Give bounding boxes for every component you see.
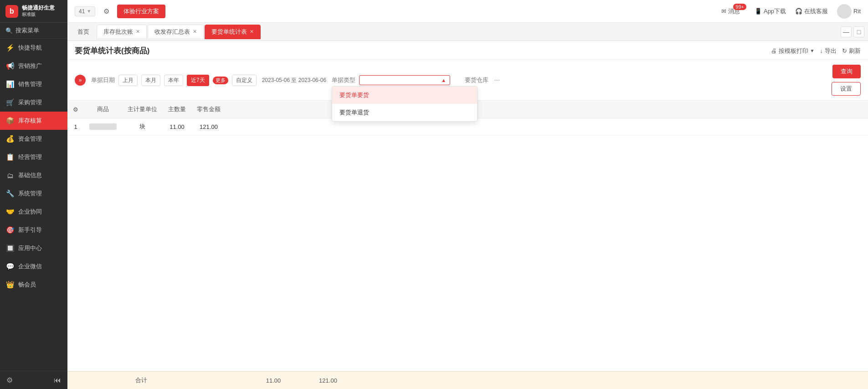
tab-close-order-stats[interactable]: ✕ [250,29,254,35]
print-btn[interactable]: 🖨 按模板打印 ▼ [771,47,815,55]
topbar-left: 41 ▼ ⚙ 体验行业方案 [75,5,165,18]
nav-icon-basic-info: 🗂 [5,172,15,179]
topbar-right: ✉ 消息 99+ 📱 App下载 🎧 在线客服 Rit [721,4,861,19]
page-header: 要货单统计表(按商品) 🖨 按模板打印 ▼ ↓ 导出 ↻ 刷新 [67,41,868,60]
tab-home[interactable]: 首页 [71,25,96,39]
date-prev-month-btn[interactable]: 上月 [118,75,138,86]
tabbar: 首页库存批次账✕收发存汇总表✕要货单统计表✕ — □ [67,23,868,41]
nav-icon-sales: 📊 [5,80,15,88]
tabbar-controls: — □ [841,26,864,37]
search-menu[interactable]: 🔍 搜索菜单 [0,23,67,39]
type-select[interactable]: ▲ [359,75,450,85]
app-logo: b 畅捷通好生意 标准版 [0,0,67,23]
nav-icon-wechat: 💬 [5,262,15,271]
date-this-year-btn[interactable]: 本年 [164,75,183,86]
sidebar-item-guide[interactable]: 🎯新手引导 [0,221,67,239]
settings-icon[interactable]: ⚙ [6,376,13,384]
cell-unit: 块 [122,118,163,135]
sidebar-item-quick-nav[interactable]: ⚡快捷导航 [0,39,67,57]
collapse-icon[interactable]: ⏮ [54,376,61,384]
footer-qty: 11.00 [246,377,301,384]
nav-icon-cooperation: 🤝 [5,208,15,216]
message-icon: ✉ [721,8,726,15]
page-title: 要货单统计表(按商品) [75,46,149,56]
tab-receivable-summary[interactable]: 收发存汇总表✕ [148,25,204,39]
sidebar-item-marketing[interactable]: 📢营销推广 [0,57,67,75]
date-range-display: 2023-05-06 至 2023-06-06 [262,77,326,84]
maximize-btn[interactable]: □ [853,26,864,37]
warehouse-filter-group: 要货仓库 ··· [465,76,502,84]
main-content: 41 ▼ ⚙ 体验行业方案 ✉ 消息 99+ 📱 App下载 🎧 在线客服 R [67,0,868,389]
export-btn[interactable]: ↓ 导出 [820,47,837,55]
settings-button[interactable]: 设置 [832,82,861,96]
cell-product [84,118,122,135]
col-settings[interactable]: ⚙ [67,101,84,118]
warehouse-label: 要货仓库 [465,76,488,84]
sidebar-item-vip[interactable]: 👑畅会员 [0,276,67,294]
refresh-btn[interactable]: ↻ 刷新 [842,47,861,55]
sidebar-item-system[interactable]: 🔧系统管理 [0,184,67,203]
chevron-up-icon: ▲ [441,77,446,83]
type-dropdown: 要货单要货 要货单退货 [332,86,478,122]
date-7days-btn[interactable]: 近7天 [187,75,209,86]
topbar: 41 ▼ ⚙ 体验行业方案 ✉ 消息 99+ 📱 App下载 🎧 在线客服 R [67,0,868,23]
col-qty: 主数量 [163,101,191,118]
type-filter-group: 单据类型 ▲ 要货单要货 要货单退货 [332,75,450,85]
type-label: 单据类型 [332,76,355,84]
nav-icon-guide: 🎯 [5,226,15,234]
sidebar-item-purchase[interactable]: 🛒采购管理 [0,93,67,112]
app-download-btn[interactable]: 📱 App下载 [755,7,786,15]
app-version: 标准版 [22,11,55,18]
logo-icon: b [5,5,18,18]
date-label: 单据日期 [91,76,115,84]
date-filter-group: 单据日期 上月 本月 本年 近7天 更多 自定义 2023-05-06 至 20… [91,75,326,86]
nav-icon-system: 🔧 [5,189,15,198]
sidebar-item-wechat[interactable]: 💬企业微信 [0,257,67,276]
cell-seq: 1 [67,118,84,135]
chevron-down-icon: ▼ [810,48,815,53]
nav-icon-inventory: 📦 [5,117,15,125]
sidebar-item-inventory[interactable]: 📦库存核算 [0,112,67,130]
nav-icon-vip: 👑 [5,281,15,289]
sidebar-item-app-center[interactable]: 🔲应用中心 [0,239,67,257]
sidebar: b 畅捷通好生意 标准版 🔍 搜索菜单 ⚡快捷导航📢营销推广📊销售管理🛒采购管理… [0,0,67,389]
sidebar-item-basic-info[interactable]: 🗂基础信息 [0,166,67,184]
date-this-month-btn[interactable]: 本月 [141,75,160,86]
headset-icon: 🎧 [795,8,802,15]
sidebar-item-finance[interactable]: 💰资金管理 [0,130,67,148]
filter-action-group: 查询 设置 [832,65,861,96]
date-custom-btn[interactable]: 自定义 [232,75,257,86]
tab-close-receivable-summary[interactable]: ✕ [193,29,197,35]
tab-order-stats[interactable]: 要货单统计表✕ [205,25,261,39]
filter-toggle-btn[interactable]: » [75,75,86,86]
trial-button[interactable]: 体验行业方案 [117,5,165,18]
table-area: ⚙ 商品 主计量单位 主数量 零售金额 1 块 11.00 121.00 [67,101,868,371]
tab-inventory-batch[interactable]: 库存批次账✕ [97,25,147,39]
date-more-badge[interactable]: 更多 [213,77,228,84]
cell-qty: 11.00 [163,118,191,135]
sidebar-item-operations[interactable]: 📋经营管理 [0,148,67,166]
page-actions: 🖨 按模板打印 ▼ ↓ 导出 ↻ 刷新 [771,47,861,55]
messages-btn[interactable]: ✉ 消息 99+ [721,7,740,15]
version-badge[interactable]: 41 ▼ [75,6,95,16]
avatar [837,4,852,19]
tab-close-inventory-batch[interactable]: ✕ [136,29,140,35]
sidebar-item-sales[interactable]: 📊销售管理 [0,75,67,93]
gear-button[interactable]: ⚙ [100,5,113,18]
dropdown-item-order-ret[interactable]: 要货单退货 [332,104,477,121]
query-button[interactable]: 查询 [832,65,861,78]
nav-icon-finance: 💰 [5,135,15,143]
warehouse-more-btn[interactable]: ··· [492,76,502,84]
cell-amount: 121.00 [191,118,226,135]
dropdown-item-order-req[interactable]: 要货单要货 [332,87,477,104]
nav-list: ⚡快捷导航📢营销推广📊销售管理🛒采购管理📦库存核算💰资金管理📋经营管理🗂基础信息… [0,39,67,371]
messages-badge: 99+ [733,4,746,10]
minimize-btn[interactable]: — [841,26,852,37]
online-service-btn[interactable]: 🎧 在线客服 [795,7,828,15]
sidebar-item-cooperation[interactable]: 🤝企业协同 [0,203,67,221]
col-amount: 零售金额 [191,101,226,118]
chevron-down-icon: ▼ [87,9,91,14]
footer-label: 合计 [91,376,191,384]
footer-amount: 121.00 [301,377,355,384]
user-menu[interactable]: Rit [837,4,861,19]
